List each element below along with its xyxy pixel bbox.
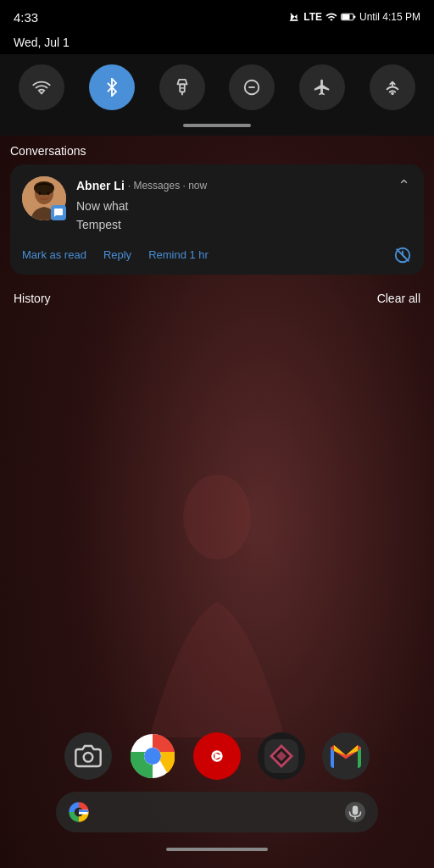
notif-header: Abner Li · Messages · now ⌃ Now what Tem… [22,176,412,233]
sender-name: Abner Li [76,179,125,192]
notification-card: Abner Li · Messages · now ⌃ Now what Tem… [10,164,424,275]
chrome-app-icon[interactable] [129,732,176,780]
svg-point-20 [147,750,159,762]
svg-rect-29 [353,805,359,815]
remind-button[interactable]: Remind 1 hr [148,245,215,264]
scroll-pill [183,124,251,127]
clear-all-button[interactable]: Clear all [377,292,420,305]
date-row: Wed, Jul 1 [0,31,434,54]
hotspot-toggle[interactable] [370,64,415,110]
reply-button[interactable]: Reply [103,245,138,264]
lte-label: LTE [303,11,322,23]
notif-message-2: Tempest [76,217,412,234]
svg-point-14 [47,192,50,195]
expand-button[interactable]: ⌃ [396,176,412,195]
quick-settings [0,54,434,124]
status-bar: 4:33 LTE Until 4:15 PM [0,0,434,31]
svg-point-17 [84,753,93,762]
conversations-label: Conversations [10,144,424,158]
svg-rect-3 [342,14,349,19]
avatar-container [22,176,66,220]
notif-actions: Mark as read Reply Remind 1 hr [22,245,412,264]
app-dock [64,732,370,780]
dnd-toggle[interactable] [229,64,275,110]
history-button[interactable]: History [14,292,51,305]
scroll-indicator [0,124,434,136]
svg-point-9 [392,92,393,94]
signal-icon [326,11,337,23]
status-icons: LTE Until 4:15 PM [288,11,420,23]
airplane-toggle[interactable] [299,64,345,110]
app-badge [51,205,66,220]
notif-message-1: Now what [76,198,412,215]
gmail-app-icon[interactable] [322,732,370,780]
status-time: 4:33 [14,10,38,25]
notif-title-row: Abner Li · Messages · now ⌃ [76,176,412,195]
camera-app-icon[interactable] [64,732,112,780]
notification-panel: Wed, Jul 1 [0,31,434,136]
history-row: History Clear all [0,280,434,314]
battery-text: Until 4:15 PM [359,11,420,23]
google-logo [68,801,90,823]
search-bar[interactable] [56,792,378,832]
svg-rect-2 [353,16,355,19]
mark-as-read-button[interactable]: Mark as read [22,245,93,264]
conversations-section: Conversations [0,136,434,280]
notif-content: Abner Li · Messages · now ⌃ Now what Tem… [76,176,412,233]
home-screen [0,698,434,868]
mic-icon[interactable] [344,801,366,823]
bluetooth-toggle[interactable] [89,64,135,110]
date-text: Wed, Jul 1 [14,36,70,49]
svg-point-0 [183,475,251,559]
home-indicator [166,848,268,851]
battery-icon [341,12,356,22]
flashlight-toggle[interactable] [159,64,205,110]
mute-icon [288,11,300,23]
wifi-toggle[interactable] [19,64,64,110]
svg-point-13 [39,192,42,195]
shortcut-app-icon[interactable] [258,732,305,780]
youtube-music-app-icon[interactable] [193,732,241,780]
snooze-icon-button[interactable] [393,246,412,264]
notif-source: · Messages · now [128,180,207,192]
